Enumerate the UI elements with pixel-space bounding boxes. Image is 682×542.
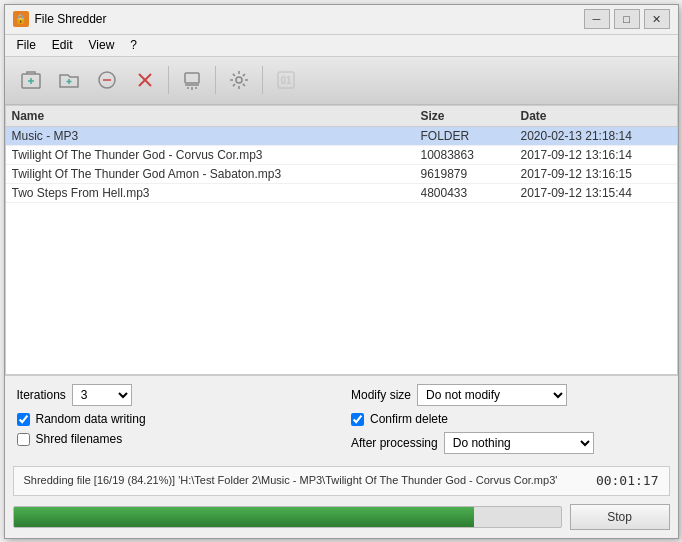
row-size: 9619879 [421, 167, 521, 181]
menu-help[interactable]: ? [122, 36, 145, 54]
row-date: 2017-09-12 13:16:15 [521, 167, 671, 181]
col-name: Name [12, 109, 421, 123]
status-area: Shredding file [16/19 (84.21%)] 'H:\Test… [13, 466, 670, 495]
file-list: Name Size Date Music - MP3 FOLDER 2020-0… [5, 105, 678, 376]
app-icon: 🔒 [13, 11, 29, 27]
table-row[interactable]: Twilight Of The Thunder God - Corvus Cor… [6, 146, 677, 165]
options-area: Iterations 3 1 5 7 Random data writing S… [5, 375, 678, 462]
toolbar-sep-1 [168, 66, 169, 94]
confirm-delete-checkbox[interactable] [351, 413, 364, 426]
maximize-button[interactable]: □ [614, 9, 640, 29]
menu-file[interactable]: File [9, 36, 44, 54]
menu-view[interactable]: View [81, 36, 123, 54]
random-data-checkbox[interactable] [17, 413, 30, 426]
window-controls: ─ □ ✕ [584, 9, 670, 29]
progress-area: Stop [5, 500, 678, 538]
iterations-select[interactable]: 3 1 5 7 [72, 384, 132, 406]
close-button[interactable]: ✕ [644, 9, 670, 29]
toolbar-sep-3 [262, 66, 263, 94]
shred-filenames-label: Shred filenames [36, 432, 123, 446]
progress-bar-container [13, 506, 562, 528]
table-row[interactable]: Two Steps From Hell.mp3 4800433 2017-09-… [6, 184, 677, 203]
after-processing-label: After processing [351, 436, 438, 450]
confirm-delete-row: Confirm delete [351, 412, 666, 426]
svg-rect-9 [185, 73, 199, 83]
toolbar: 01 [5, 57, 678, 105]
menu-bar: File Edit View ? [5, 35, 678, 57]
row-name: Two Steps From Hell.mp3 [12, 186, 421, 200]
shred-filenames-checkbox[interactable] [17, 433, 30, 446]
modify-size-label: Modify size [351, 388, 411, 402]
shred-button[interactable] [174, 62, 210, 98]
toolbar-sep-2 [215, 66, 216, 94]
col-size: Size [421, 109, 521, 123]
info-button[interactable]: 01 [268, 62, 304, 98]
add-folder-button[interactable] [51, 62, 87, 98]
add-files-button[interactable] [13, 62, 49, 98]
svg-point-14 [236, 77, 242, 83]
random-data-row: Random data writing [17, 412, 332, 426]
clear-button[interactable] [127, 62, 163, 98]
row-name: Twilight Of The Thunder God Amon - Sabat… [12, 167, 421, 181]
row-name: Music - MP3 [12, 129, 421, 143]
col-date: Date [521, 109, 671, 123]
options-left: Iterations 3 1 5 7 Random data writing S… [17, 384, 332, 454]
row-size: 10083863 [421, 148, 521, 162]
remove-button[interactable] [89, 62, 125, 98]
menu-edit[interactable]: Edit [44, 36, 81, 54]
status-time: 00:01:17 [596, 473, 659, 488]
table-row[interactable]: Twilight Of The Thunder God Amon - Sabat… [6, 165, 677, 184]
file-list-body: Music - MP3 FOLDER 2020-02-13 21:18:14 T… [6, 127, 677, 375]
random-data-label: Random data writing [36, 412, 146, 426]
options-right: Modify size Do not modify Increase Decre… [351, 384, 666, 454]
options-grid: Iterations 3 1 5 7 Random data writing S… [17, 384, 666, 454]
modify-size-row: Modify size Do not modify Increase Decre… [351, 384, 666, 406]
progress-bar-fill [14, 507, 475, 527]
row-date: 2020-02-13 21:18:14 [521, 129, 671, 143]
title-bar: 🔒 File Shredder ─ □ ✕ [5, 5, 678, 35]
main-window: 🔒 File Shredder ─ □ ✕ File Edit View ? [4, 4, 679, 539]
row-size: FOLDER [421, 129, 521, 143]
confirm-delete-label: Confirm delete [370, 412, 448, 426]
iterations-row: Iterations 3 1 5 7 [17, 384, 332, 406]
row-name: Twilight Of The Thunder God - Corvus Cor… [12, 148, 421, 162]
shred-filenames-row: Shred filenames [17, 432, 332, 446]
settings-button[interactable] [221, 62, 257, 98]
svg-text:01: 01 [280, 75, 292, 86]
file-list-header: Name Size Date [6, 106, 677, 127]
row-date: 2017-09-12 13:15:44 [521, 186, 671, 200]
row-date: 2017-09-12 13:16:14 [521, 148, 671, 162]
minimize-button[interactable]: ─ [584, 9, 610, 29]
window-title: File Shredder [35, 12, 584, 26]
status-text: Shredding file [16/19 (84.21%)] 'H:\Test… [24, 473, 580, 488]
after-processing-row: After processing Do nothing Shutdown Res… [351, 432, 666, 454]
iterations-label: Iterations [17, 388, 66, 402]
modify-size-select[interactable]: Do not modify Increase Decrease [417, 384, 567, 406]
stop-button[interactable]: Stop [570, 504, 670, 530]
after-processing-select[interactable]: Do nothing Shutdown Restart Log off [444, 432, 594, 454]
table-row[interactable]: Music - MP3 FOLDER 2020-02-13 21:18:14 [6, 127, 677, 146]
row-size: 4800433 [421, 186, 521, 200]
